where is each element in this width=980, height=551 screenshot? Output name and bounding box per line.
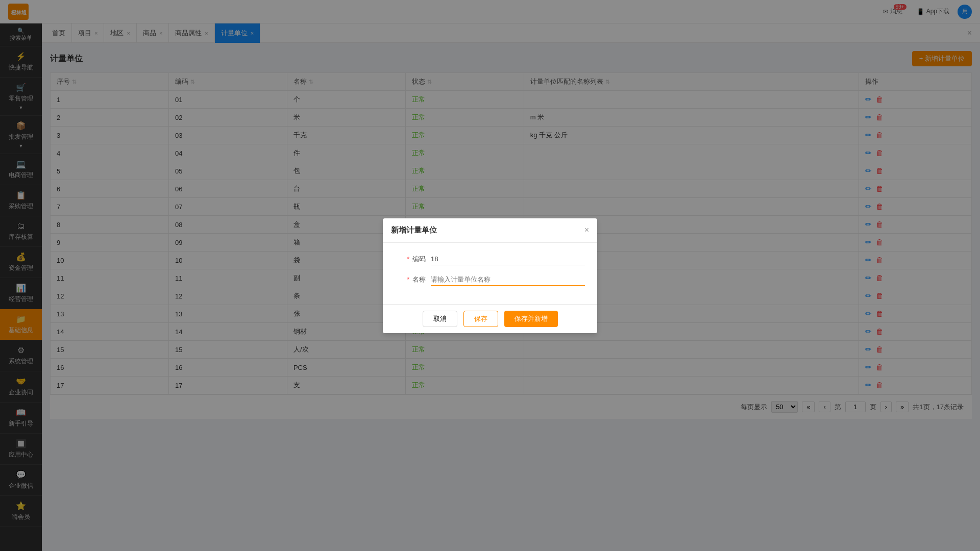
code-input[interactable] [431,253,585,265]
cancel-button[interactable]: 取消 [423,311,457,327]
name-form-row: * 名称 [395,273,585,286]
required-star-code: * [407,255,409,263]
save-new-button[interactable]: 保存并新增 [504,311,558,327]
modal-body: * 编码 * 名称 [383,243,597,304]
modal-close-btn[interactable]: × [584,226,589,235]
modal-overlay: 新增计量单位 × * 编码 * 名称 取消 保存 保存并新增 [0,0,980,551]
code-label: * 编码 [395,255,426,264]
modal-title: 新增计量单位 [391,226,437,235]
add-unit-modal: 新增计量单位 × * 编码 * 名称 取消 保存 保存并新增 [383,218,597,333]
name-input[interactable] [431,273,585,286]
code-form-row: * 编码 [395,253,585,265]
modal-header: 新增计量单位 × [383,218,597,243]
required-star-name: * [407,276,409,283]
name-label: * 名称 [395,275,426,284]
modal-footer: 取消 保存 保存并新增 [383,304,597,333]
save-button[interactable]: 保存 [463,311,498,327]
